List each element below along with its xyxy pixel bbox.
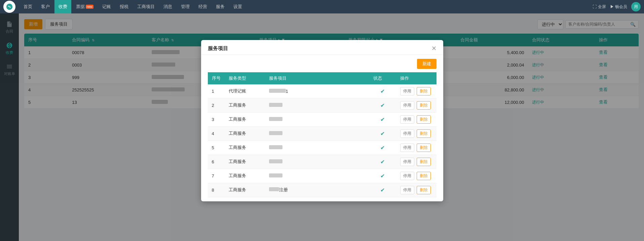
modal-table-row: 1 代理记账 1 ✔ 停用 删除 (208, 84, 437, 98)
modal-cell-type: 工商服务 (225, 140, 265, 155)
blurred-item (269, 159, 282, 163)
modal-cell-action: 停用 删除 (396, 155, 437, 169)
modal-col-item: 服务项目 (265, 72, 369, 84)
modal-cell-type: 工商服务 (225, 183, 265, 197)
modal-cell-seq: 5 (208, 140, 225, 155)
modal-body: 新建 序号 服务类型 服务项目 状态 操作 (201, 55, 443, 201)
blurred-item (269, 117, 282, 121)
nav-ledger[interactable]: 记账 (98, 0, 115, 13)
stop-button[interactable]: 停用 (400, 158, 414, 166)
modal-cell-item: 1 (265, 84, 369, 98)
status-check-icon: ✔ (380, 88, 385, 94)
status-check-icon: ✔ (380, 145, 385, 151)
delete-button[interactable]: 删除 (417, 129, 431, 138)
modal-cell-item (265, 126, 369, 140)
delete-button[interactable]: 删除 (417, 87, 431, 95)
status-check-icon: ✔ (380, 173, 385, 179)
modal-cell-seq: 4 (208, 126, 225, 140)
modal-cell-item: 注册 (265, 183, 369, 197)
avatar[interactable]: 用 (631, 2, 641, 11)
modal-cell-status: ✔ (369, 183, 396, 197)
stop-button[interactable]: 停用 (400, 115, 414, 124)
modal-cell-type: 工商服务 (225, 155, 265, 169)
stop-button[interactable]: 停用 (400, 87, 414, 95)
modal-cell-action: 停用 删除 (396, 140, 437, 155)
modal-cell-type: 工商服务 (225, 169, 265, 183)
modal-table: 序号 服务类型 服务项目 状态 操作 1 代理记账 1 ✔ 停用 (208, 72, 437, 197)
modal-cell-item (265, 98, 369, 112)
modal-table-row: 2 工商服务 ✔ 停用 删除 (208, 98, 437, 112)
modal-cell-status: ✔ (369, 155, 396, 169)
modal-table-row: 6 工商服务 ✔ 停用 删除 (208, 155, 437, 169)
nav-tickets[interactable]: 票据 new (72, 0, 98, 13)
modal-cell-status: ✔ (369, 84, 396, 98)
modal-cell-type: 工商服务 (225, 126, 265, 140)
modal-cell-action: 停用 删除 (396, 169, 437, 183)
nav-messages[interactable]: 消息 (159, 0, 176, 13)
modal-cell-status: ✔ (369, 169, 396, 183)
nav-industry[interactable]: 工商项目 (133, 0, 159, 13)
stop-button[interactable]: 停用 (400, 129, 414, 138)
nav-management[interactable]: 管理 (177, 0, 194, 13)
modal-table-row: 3 工商服务 ✔ 停用 删除 (208, 112, 437, 126)
modal-cell-type: 工商服务 (225, 112, 265, 126)
modal-cell-status: ✔ (369, 126, 396, 140)
status-check-icon: ✔ (380, 187, 385, 193)
nav-finance[interactable]: 经营 (194, 0, 211, 13)
nav-tax[interactable]: 报税 (116, 0, 132, 13)
nav-items: 首页 客户 收费 票据 new 记账 报税 工商项目 消息 管理 经营 服务 设… (20, 0, 593, 13)
delete-button[interactable]: 删除 (417, 172, 431, 180)
stop-button[interactable]: 停用 (400, 144, 414, 152)
nav-home[interactable]: 首页 (20, 0, 36, 13)
layout: 合同 收费 对账单 新增 服务项目 进行中 全部 已结束 (0, 13, 644, 241)
modal-title: 服务项目 (208, 45, 228, 52)
delete-button[interactable]: 删除 (417, 158, 431, 166)
modal-col-type: 服务类型 (225, 72, 265, 84)
modal-cell-status: ✔ (369, 112, 396, 126)
modal-cell-action: 停用 删除 (396, 183, 437, 197)
modal-cell-type: 代理记账 (225, 84, 265, 98)
modal-cell-action: 停用 删除 (396, 112, 437, 126)
fullscreen-btn[interactable]: ⛶ 全屏 (593, 4, 606, 10)
stop-button[interactable]: 停用 (400, 101, 414, 110)
modal-cell-seq: 1 (208, 84, 225, 98)
modal-cell-action: 停用 删除 (396, 126, 437, 140)
modal-col-seq: 序号 (208, 72, 225, 84)
modal-cell-type: 工商服务 (225, 98, 265, 112)
nav-client[interactable]: 客户 (37, 0, 54, 13)
nav-right: ⛶ 全屏 ▶ 畅会员 用 (593, 2, 641, 11)
nav-receipts[interactable]: 收费 (54, 0, 71, 13)
main-content: 新增 服务项目 进行中 全部 已结束 🔍 序号 合同编 (19, 13, 644, 241)
nav-services[interactable]: 服务 (212, 0, 229, 13)
app-logo[interactable] (3, 1, 15, 13)
new-service-button[interactable]: 新建 (417, 59, 437, 69)
modal-table-row: 8 工商服务 注册 ✔ 停用 删除 (208, 183, 437, 197)
nav-settings[interactable]: 设置 (229, 0, 246, 13)
modal-cell-item (265, 140, 369, 155)
status-check-icon: ✔ (380, 103, 385, 108)
delete-button[interactable]: 删除 (417, 144, 431, 152)
status-check-icon: ✔ (380, 117, 385, 122)
modal-overlay[interactable]: 服务项目 ✕ 新建 序号 服务类型 服务项目 状态 (19, 13, 644, 241)
modal-cell-item (265, 155, 369, 169)
delete-button[interactable]: 删除 (417, 101, 431, 110)
modal-close-button[interactable]: ✕ (431, 45, 437, 51)
member-btn[interactable]: ▶ 畅会员 (610, 4, 627, 10)
stop-button[interactable]: 停用 (400, 186, 414, 194)
delete-button[interactable]: 删除 (417, 115, 431, 124)
service-items-modal: 服务项目 ✕ 新建 序号 服务类型 服务项目 状态 (201, 40, 443, 201)
modal-col-status: 状态 (369, 72, 396, 84)
new-badge: new (86, 5, 93, 9)
blurred-item (269, 145, 282, 149)
modal-table-row: 4 工商服务 ✔ 停用 删除 (208, 126, 437, 140)
modal-cell-seq: 8 (208, 183, 225, 197)
modal-cell-item (265, 169, 369, 183)
modal-cell-status: ✔ (369, 140, 396, 155)
modal-table-row: 5 工商服务 ✔ 停用 删除 (208, 140, 437, 155)
stop-button[interactable]: 停用 (400, 172, 414, 180)
modal-cell-action: 停用 删除 (396, 84, 437, 98)
modal-toolbar: 新建 (208, 59, 437, 69)
blurred-item (269, 173, 282, 177)
delete-button[interactable]: 删除 (417, 186, 431, 194)
top-navigation: 首页 客户 收费 票据 new 记账 报税 工商项目 消息 管理 经营 服务 设… (0, 0, 644, 13)
